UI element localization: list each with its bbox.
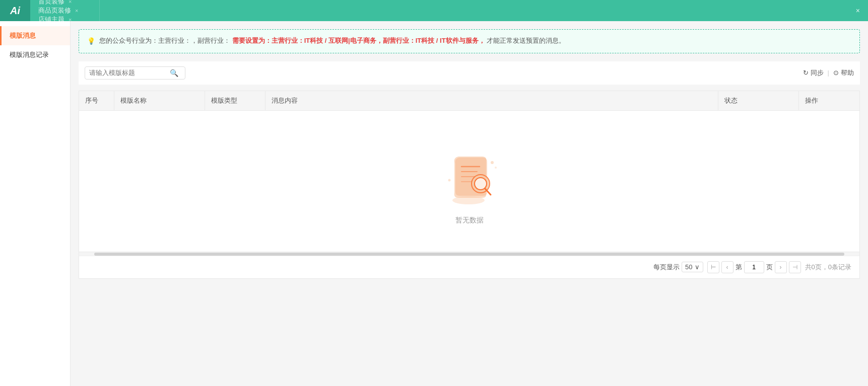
search-bar: 🔍 ↻ 同步 | ⊙ 帮助 bbox=[79, 61, 860, 85]
empty-text: 暂无数据 bbox=[455, 216, 484, 225]
nav-tab-homepage-decor[interactable]: 首页装修× bbox=[30, 0, 100, 6]
table-column-header: 状态 bbox=[718, 91, 799, 110]
first-page-button[interactable]: ⊢ bbox=[707, 261, 719, 273]
bulb-icon: 💡 bbox=[87, 36, 95, 47]
top-nav: Ai 首页微商城店铺设置×商品分类设置×首页装修×商品页装修×店铺主题×开通公众… bbox=[0, 0, 868, 21]
nav-tab-product-decor[interactable]: 商品页装修× bbox=[30, 6, 100, 15]
last-page-button[interactable]: ⊣ bbox=[789, 261, 801, 273]
table-column-header: 操作 bbox=[799, 91, 859, 110]
page-size-label: 每页显示 bbox=[653, 263, 680, 272]
search-input-wrap: 🔍 bbox=[85, 66, 185, 80]
search-input[interactable] bbox=[89, 69, 170, 76]
svg-point-11 bbox=[448, 179, 450, 181]
scroll-thumb bbox=[94, 253, 844, 256]
table-header: 序号模版名称模版类型消息内容状态操作 bbox=[79, 91, 859, 111]
sidebar-item-label: 模版消息记录 bbox=[10, 51, 49, 58]
page-nav: ⊢ ‹ 第 页 › ⊣ bbox=[707, 261, 801, 273]
search-icon[interactable]: 🔍 bbox=[170, 69, 178, 77]
sync-button[interactable]: ↻ 同步 bbox=[803, 68, 824, 78]
close-tab-button[interactable]: × bbox=[75, 8, 78, 14]
table-column-header: 模版类型 bbox=[205, 91, 265, 110]
notice-highlight: 需要设置为：主营行业：IT科技 / 互联网|电子商务，副营行业：IT科技 / I… bbox=[232, 37, 485, 44]
table-column-header: 消息内容 bbox=[265, 91, 718, 110]
svg-point-9 bbox=[491, 161, 494, 164]
page-total: 共0页，0条记录 bbox=[805, 263, 851, 272]
notice-banner: 💡 您的公众号行业为：主营行业：，副营行业： 需要设置为：主营行业：IT科技 /… bbox=[79, 29, 860, 53]
sidebar-items-container: 模版消息模版消息记录 bbox=[0, 26, 70, 64]
main-content: 💡 您的公众号行业为：主营行业：，副营行业： 需要设置为：主营行业：IT科技 /… bbox=[71, 21, 868, 386]
page-before-label: 第 bbox=[736, 263, 742, 272]
nav-tab-label: 首页装修 bbox=[38, 0, 64, 6]
sidebar: 模版消息模版消息记录 bbox=[0, 21, 71, 386]
notice-text: 您的公众号行业为：主营行业：，副营行业： 需要设置为：主营行业：IT科技 / 互… bbox=[99, 36, 565, 46]
help-label: 帮助 bbox=[841, 68, 854, 78]
empty-state: 暂无数据 bbox=[79, 111, 859, 252]
page-after-label: 页 bbox=[766, 263, 773, 272]
help-icon: ⊙ bbox=[833, 69, 839, 76]
page-size-select: 每页显示 50 ∨ bbox=[653, 262, 703, 272]
app-logo: Ai bbox=[0, 0, 30, 21]
sidebar-item-template-message[interactable]: 模版消息 bbox=[0, 26, 70, 45]
table-wrap: 序号模版名称模版类型消息内容状态操作 bbox=[79, 91, 860, 279]
divider: | bbox=[828, 69, 829, 76]
sync-label: 同步 bbox=[811, 68, 824, 78]
svg-point-10 bbox=[495, 167, 497, 169]
help-button[interactable]: ⊙ 帮助 bbox=[833, 68, 854, 78]
close-all-button[interactable]: × bbox=[848, 7, 868, 15]
nav-tab-label: 店铺主题 bbox=[38, 15, 64, 21]
sync-icon: ↻ bbox=[803, 69, 809, 76]
search-left: 🔍 bbox=[85, 66, 185, 80]
nav-tabs-container: 首页微商城店铺设置×商品分类设置×首页装修×商品页装修×店铺主题×开通公众号商城… bbox=[30, 0, 100, 21]
next-page-button[interactable]: › bbox=[775, 261, 787, 273]
sidebar-item-label: 模版消息 bbox=[10, 32, 36, 39]
prev-page-button[interactable]: ‹ bbox=[721, 261, 733, 273]
page-number-input[interactable] bbox=[744, 261, 764, 273]
nav-tab-store-theme[interactable]: 店铺主题× bbox=[30, 15, 100, 21]
close-tab-button[interactable]: × bbox=[69, 17, 72, 21]
pagination: 每页显示 50 ∨ ⊢ ‹ 第 页 › ⊣ 共0页，0条记录 bbox=[79, 256, 859, 278]
page-size-dropdown[interactable]: 50 ∨ bbox=[682, 262, 703, 272]
search-right: ↻ 同步 | ⊙ 帮助 bbox=[803, 68, 854, 78]
sidebar-item-template-message-record[interactable]: 模版消息记录 bbox=[0, 45, 70, 64]
empty-illustration bbox=[439, 147, 500, 208]
main-layout: 模版消息模版消息记录 💡 您的公众号行业为：主营行业：，副营行业： 需要设置为：… bbox=[0, 21, 868, 386]
table-column-header: 序号 bbox=[79, 91, 114, 110]
close-tab-button[interactable]: × bbox=[69, 0, 72, 5]
dropdown-icon: ∨ bbox=[695, 263, 700, 271]
scroll-track[interactable] bbox=[79, 252, 859, 256]
page-size-value: 50 bbox=[685, 263, 692, 271]
table-column-header: 模版名称 bbox=[114, 91, 205, 110]
nav-tab-label: 商品页装修 bbox=[38, 6, 71, 15]
